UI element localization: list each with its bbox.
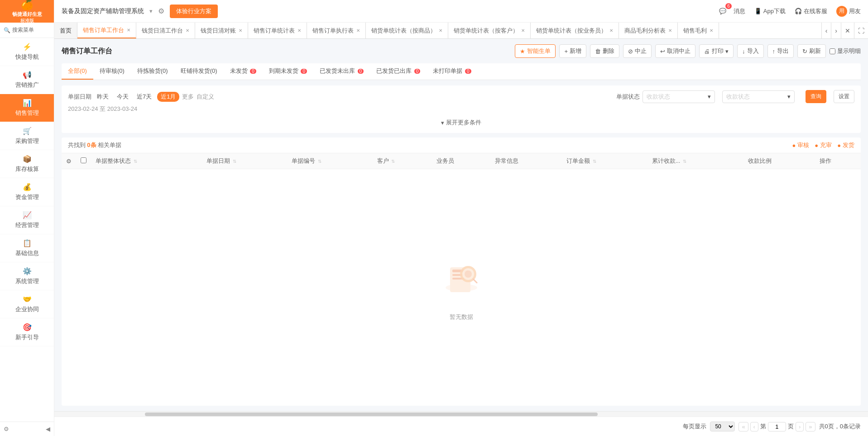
sub-tab-shipped-not-out[interactable]: 已发货未出库 0: [313, 63, 370, 80]
refresh-button[interactable]: ↻ 刷新: [797, 44, 826, 58]
tab-cash-clear[interactable]: 钱货日清工作台 ✕: [136, 23, 195, 38]
sub-tab-not-shipped[interactable]: 未发货 0: [224, 63, 263, 80]
date-option-custom[interactable]: 自定义: [197, 93, 214, 101]
tab-close-cash-clear[interactable]: ✕: [186, 28, 189, 33]
next-page-button[interactable]: ›: [796, 422, 804, 431]
th-collected[interactable]: 累计收款... ⇅: [647, 153, 743, 169]
sidebar-item-basic-info[interactable]: 📋 基础信息: [0, 234, 54, 262]
sidebar-item-purchase[interactable]: 🛒 采购管理: [0, 122, 54, 150]
tab-reconcile[interactable]: 钱货日清对账 ✕: [195, 23, 248, 38]
tab-close-salesman-stats[interactable]: ✕: [609, 28, 613, 33]
sidebar-item-finance[interactable]: 💰 资金管理: [0, 178, 54, 206]
date-option-1month[interactable]: 近1月: [157, 92, 179, 102]
experience-button[interactable]: 体验行业方案: [170, 5, 218, 18]
sidebar-item-management[interactable]: 📈 经营管理: [0, 206, 54, 234]
th-settings[interactable]: ⚙: [62, 153, 76, 169]
sub-tab-not-printed[interactable]: 未打印单据 0: [427, 63, 477, 80]
th-status[interactable]: 单据整体状态 ⇅: [91, 153, 202, 169]
delete-button[interactable]: 🗑 删除: [590, 44, 619, 58]
query-button[interactable]: 查询: [806, 90, 826, 103]
th-number[interactable]: 单据编号 ⇅: [287, 153, 372, 169]
sidebar-item-guide[interactable]: 🎯 新手引导: [0, 318, 54, 346]
tab-sales-stats[interactable]: 销售订单统计表 ✕: [248, 23, 307, 38]
add-button[interactable]: + 新增: [559, 44, 586, 58]
horizontal-scrollbar[interactable]: [54, 411, 868, 417]
tab-close-reconcile[interactable]: ✕: [239, 28, 242, 33]
prev-page-button[interactable]: ‹: [750, 422, 758, 431]
date-option-7days[interactable]: 近7天: [134, 92, 154, 102]
tab-close-sales-stats[interactable]: ✕: [297, 28, 301, 33]
th-checkbox[interactable]: [76, 153, 91, 169]
audit-action[interactable]: ● 审核: [792, 141, 809, 149]
empty-illustration: [439, 254, 484, 308]
sidebar-item-system[interactable]: ⚙️ 系统管理: [0, 262, 54, 290]
tab-close-all[interactable]: ✕: [841, 23, 854, 39]
tab-profit-analysis[interactable]: 商品毛利分析表 ✕: [619, 23, 678, 38]
settings-icon[interactable]: ⚙: [158, 7, 164, 15]
expand-filter-button[interactable]: ▾ 展开更多条件: [68, 117, 854, 128]
sidebar-item-sales[interactable]: 📊 销售管理: [0, 94, 54, 122]
date-option-yesterday[interactable]: 昨天: [94, 92, 111, 102]
select-all-checkbox[interactable]: [81, 157, 86, 163]
tab-goods-stats[interactable]: 销货单统计表（按商品） ✕: [366, 23, 448, 38]
tab-customer-stats[interactable]: 销货单统计表（按客户） ✕: [448, 23, 531, 38]
tab-close-goods-stats[interactable]: ✕: [439, 28, 442, 33]
th-date[interactable]: 单据日期 ⇅: [202, 153, 287, 169]
export-button[interactable]: ↑ 导出: [767, 44, 794, 58]
show-detail-checkbox[interactable]: 显示明细: [830, 47, 861, 55]
th-amount[interactable]: 订单金额 ⇅: [562, 153, 647, 169]
tab-scroll-right[interactable]: ›: [831, 23, 841, 39]
payment-select[interactable]: 收款状态 ▾: [722, 90, 795, 103]
collapse-icon[interactable]: ◀: [46, 426, 50, 432]
sub-tab-pending-inspect[interactable]: 待拣验货(0): [131, 63, 174, 80]
user-action[interactable]: 用 用友: [836, 6, 861, 17]
date-option-today[interactable]: 今天: [114, 92, 131, 102]
online-service-action[interactable]: 🎧 在线客服: [795, 7, 827, 15]
app-download-action[interactable]: 📱 App下载: [754, 7, 786, 15]
message-action[interactable]: 💬 6 消息: [719, 7, 745, 15]
tab-close-customer-stats[interactable]: ✕: [521, 28, 525, 33]
import-button[interactable]: ↓ 导入: [737, 44, 764, 58]
settings-filter-button[interactable]: 设置: [834, 90, 854, 103]
tab-scroll-left[interactable]: ‹: [821, 23, 831, 39]
page-size-select[interactable]: 10 20 50 100: [710, 422, 735, 431]
show-detail-input[interactable]: [830, 48, 835, 54]
scroll-thumb[interactable]: [145, 412, 598, 416]
tab-sales-profit[interactable]: 销售毛利 ✕: [678, 23, 719, 38]
tab-close-sales-workbench[interactable]: ✕: [127, 28, 130, 33]
sub-tab-overdue[interactable]: 到期未发货 0: [263, 63, 313, 80]
date-option-more[interactable]: 更多: [182, 93, 194, 101]
sidebar-item-inventory[interactable]: 📦 库存核算: [0, 150, 54, 178]
cancel-audit-action[interactable]: ● 充审: [815, 141, 832, 149]
sub-tab-all[interactable]: 全部(0): [62, 63, 93, 80]
tab-close-sales-exec[interactable]: ✕: [356, 28, 360, 33]
sub-tab-pending-audit[interactable]: 待审核(0): [93, 63, 131, 80]
tab-sales-workbench[interactable]: 销售订单工作台 ✕: [77, 23, 136, 38]
tab-maximize[interactable]: ⛶: [854, 23, 868, 39]
th-customer[interactable]: 客户 ⇅: [373, 153, 432, 169]
tab-close-profit-analysis[interactable]: ✕: [668, 28, 672, 33]
print-button[interactable]: 🖨 打印 ▾: [699, 44, 734, 58]
sub-tab-shipped-out[interactable]: 已发货已出库 0: [370, 63, 427, 80]
suspend-button[interactable]: ⊘ 中止: [623, 44, 652, 58]
sidebar-item-marketing[interactable]: 📢 营销推广: [0, 66, 54, 94]
sub-tab-wangpu[interactable]: 旺铺待发货(0): [174, 63, 224, 80]
settings-gear-icon[interactable]: ⚙: [4, 426, 9, 432]
tab-sales-exec[interactable]: 销售订单执行表 ✕: [307, 23, 366, 38]
sidebar-item-search[interactable]: 🔍 搜索菜单: [0, 23, 54, 38]
cancel-suspend-button[interactable]: ↩ 取消中止: [655, 44, 695, 58]
page-number-input[interactable]: [768, 422, 786, 431]
sidebar-item-enterprise[interactable]: 🤝 企业协同: [0, 290, 54, 318]
tab-home[interactable]: 首页: [54, 23, 77, 38]
smart-create-button[interactable]: ★ 智能生单: [515, 44, 556, 58]
sidebar-item-quick-nav[interactable]: ⚡ 快捷导航: [0, 38, 54, 66]
tab-salesman-stats[interactable]: 销货单统计表（按业务员） ✕: [531, 23, 619, 38]
tab-close-sales-profit[interactable]: ✕: [710, 28, 713, 33]
ship-action[interactable]: ● 发货: [837, 141, 854, 149]
last-page-button[interactable]: »: [806, 422, 815, 431]
plus-icon: +: [564, 48, 568, 55]
sales-profit-tab-label: 销售毛利: [683, 27, 707, 35]
status-select[interactable]: 收款状态 ▾: [643, 90, 715, 103]
first-page-button[interactable]: «: [739, 422, 748, 431]
dropdown-arrow-icon[interactable]: ▾: [149, 8, 153, 14]
